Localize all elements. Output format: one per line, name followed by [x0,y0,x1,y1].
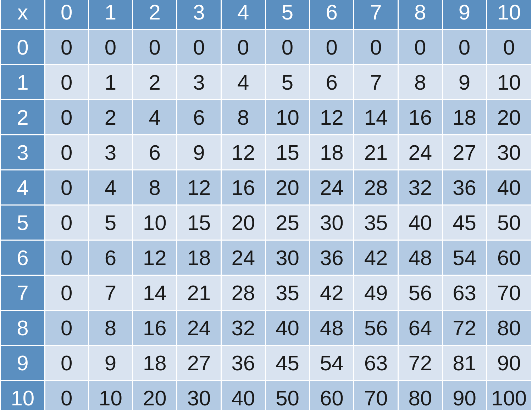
row-header: 5 [1,206,44,240]
column-header: 9 [443,0,486,29]
table-cell: 49 [354,276,398,310]
table-cell: 6 [177,100,221,134]
table-cell: 64 [399,311,442,345]
table-cell: 40 [487,170,531,204]
table-cell: 40 [399,206,442,240]
table-cell: 54 [310,346,353,380]
table-cell: 12 [222,135,265,169]
table-cell: 63 [354,346,398,380]
table-cell: 30 [177,381,221,410]
table-cell: 16 [133,311,176,345]
table-row: 000000000000 [1,30,531,64]
column-header: 1 [89,0,132,29]
table-cell: 90 [487,346,531,380]
table-cell: 90 [443,381,486,410]
table-cell: 56 [399,276,442,310]
table-cell: 16 [222,170,265,204]
table-cell: 32 [399,170,442,204]
table-cell: 0 [266,30,309,64]
table-cell: 16 [399,100,442,134]
column-header: 8 [399,0,442,29]
table-cell: 8 [89,311,132,345]
table-cell: 36 [443,170,486,204]
row-header: 7 [1,276,44,310]
column-header: 2 [133,0,176,29]
column-header: 3 [177,0,221,29]
table-row: 606121824303642485460 [1,241,531,275]
table-cell: 10 [89,381,132,410]
table-cell: 54 [443,241,486,275]
table-cell: 7 [354,65,398,99]
table-cell: 3 [177,65,221,99]
table-cell: 21 [354,135,398,169]
table-row: 707142128354249566370 [1,276,531,310]
row-header: 6 [1,241,44,275]
table-cell: 28 [354,170,398,204]
table-cell: 2 [89,100,132,134]
table-body: x012345678910000000000000101234567891020… [1,0,531,410]
table-cell: 18 [443,100,486,134]
table-cell: 18 [310,135,353,169]
row-header: 2 [1,100,44,134]
table-cell: 0 [45,65,88,99]
table-cell: 24 [310,170,353,204]
row-header: 8 [1,311,44,345]
table-cell: 0 [399,30,442,64]
row-header: 10 [1,381,44,410]
table-cell: 8 [133,170,176,204]
table-cell: 60 [310,381,353,410]
table-cell: 6 [310,65,353,99]
table-cell: 36 [310,241,353,275]
table-cell: 20 [487,100,531,134]
multiplication-table: x012345678910000000000000101234567891020… [0,0,532,410]
table-cell: 0 [45,170,88,204]
table-cell: 42 [310,276,353,310]
table-cell: 1 [89,65,132,99]
table-cell: 60 [487,241,531,275]
table-cell: 80 [487,311,531,345]
table-cell: 56 [354,311,398,345]
table-cell: 45 [266,346,309,380]
table-cell: 2 [133,65,176,99]
table-row: 1012345678910 [1,65,531,99]
table-cell: 72 [443,311,486,345]
table-row: 100102030405060708090100 [1,381,531,410]
table-cell: 63 [443,276,486,310]
table-cell: 14 [354,100,398,134]
corner-cell: x [1,0,44,29]
row-header: 3 [1,135,44,169]
column-header: 7 [354,0,398,29]
table-cell: 0 [222,30,265,64]
table-cell: 27 [177,346,221,380]
table-cell: 9 [443,65,486,99]
table-row: 3036912151821242730 [1,135,531,169]
table-cell: 9 [89,346,132,380]
table-cell: 20 [266,170,309,204]
table-cell: 36 [222,346,265,380]
table-cell: 35 [266,276,309,310]
table-row: 40481216202428323640 [1,170,531,204]
table-cell: 0 [45,311,88,345]
table-cell: 14 [133,276,176,310]
table-cell: 20 [222,206,265,240]
table-cell: 24 [177,311,221,345]
table-cell: 50 [266,381,309,410]
table-cell: 12 [133,241,176,275]
row-header: 4 [1,170,44,204]
table-header-row: x012345678910 [1,0,531,29]
table-cell: 0 [133,30,176,64]
table-cell: 0 [443,30,486,64]
table-cell: 40 [222,381,265,410]
table-cell: 80 [399,381,442,410]
table-cell: 0 [45,276,88,310]
table-cell: 0 [310,30,353,64]
table-cell: 15 [266,135,309,169]
table-cell: 0 [354,30,398,64]
table-cell: 0 [487,30,531,64]
column-header: 5 [266,0,309,29]
table-cell: 100 [487,381,531,410]
table-cell: 0 [89,30,132,64]
table-cell: 40 [266,311,309,345]
table-cell: 0 [45,241,88,275]
table-cell: 5 [266,65,309,99]
